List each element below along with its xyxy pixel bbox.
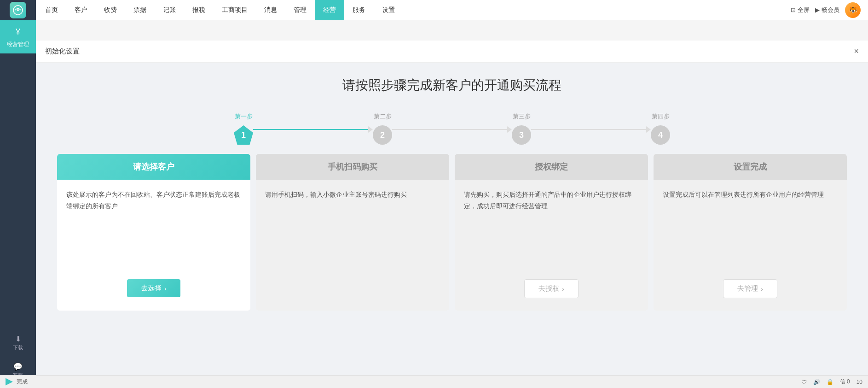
nav-invoice[interactable]: 票据 (125, 0, 155, 20)
step-4-circle: 4 (651, 125, 670, 145)
step-1-number: 1 (241, 130, 246, 140)
play-icon: ▶ (815, 6, 820, 13)
card-1-title: 请选择客户 (133, 162, 174, 171)
sound-icon: 🔊 (813, 379, 820, 385)
step-line-2 (392, 129, 507, 130)
step-line-1 (253, 129, 368, 130)
wizard-heading: 请按照步骤完成新客户的开通购买流程 (54, 76, 850, 94)
play-button[interactable] (6, 378, 13, 386)
step-line-3 (531, 129, 646, 130)
support-icon: 💬 (13, 362, 23, 371)
avatar[interactable]: 🐯 (845, 2, 861, 18)
card-3-header: 授权绑定 (455, 154, 648, 180)
nav-items: 首页 客户 收费 票据 记账 报税 工商项目 消息 管理 经营 服务 设置 (37, 0, 791, 20)
status-bar: 完成 🛡 🔊 🔒 信 0 10 (0, 375, 868, 388)
go-manage-label: 去管理 (737, 284, 758, 293)
step-2-label: 第二步 (374, 112, 392, 121)
arrow-head-2 (507, 126, 512, 133)
sidebar: ¥ 经营管理 ⬇ 下载 💬 客服 (0, 0, 36, 388)
card-1-header: 请选择客户 (57, 154, 250, 180)
step-3-number: 3 (519, 130, 524, 140)
wizard-area: 请按照步骤完成新客户的开通购买流程 第一步 1 第二步 2 (36, 63, 868, 388)
nav-message[interactable]: 消息 (256, 0, 285, 20)
step-1-circle: 1 (234, 125, 253, 145)
card-2-header: 手机扫码购买 (256, 154, 449, 180)
page-title: 初始化设置 (45, 47, 80, 56)
fullscreen-icon: ⊡ (791, 6, 796, 13)
sidebar-item-jingying[interactable]: ¥ 经营管理 (0, 20, 36, 53)
step-2-circle: 2 (373, 125, 392, 145)
nav-service[interactable]: 服务 (344, 0, 374, 20)
card-3-title: 授权绑定 (535, 162, 568, 171)
card-2-title: 手机扫码购买 (328, 162, 377, 171)
card-4-header: 设置完成 (654, 154, 847, 180)
step-arrow-1 (253, 126, 373, 133)
step-1-container: 第一步 1 (234, 112, 253, 145)
nav-right: ⊡ 全屏 ▶ 畅会员 🐯 (791, 2, 868, 18)
go-select-button[interactable]: 去选择 › (127, 279, 180, 297)
card-3-body: 请先购买，购买后选择开通的产品中的企业用户进行授权绑定，成功后即可进行经营管理 (455, 180, 648, 272)
go-auth-arrow: › (562, 285, 564, 293)
arrow-head-3 (646, 126, 651, 133)
nav-bookkeeping[interactable]: 记账 (155, 0, 184, 20)
card-2-footer (256, 272, 449, 288)
card-2-body: 请用手机扫码，输入小微企业主账号密码进行购买 (256, 180, 449, 272)
step-card-2: 手机扫码购买 请用手机扫码，输入小微企业主账号密码进行购买 (256, 154, 449, 311)
sidebar-item-label: 经营管理 (7, 41, 29, 48)
step-3-circle: 3 (512, 125, 531, 145)
step-card-3: 授权绑定 请先购买，购买后选择开通的产品中的企业用户进行授权绑定，成功后即可进行… (455, 154, 648, 311)
card-3-footer: 去授权 › (455, 272, 648, 307)
clock-status: 10 (856, 379, 862, 385)
fullscreen-btn[interactable]: ⊡ 全屏 (791, 6, 810, 14)
nav-charge[interactable]: 收费 (96, 0, 125, 20)
status-bar-left: 完成 (6, 378, 28, 386)
card-4-text: 设置完成后可以在管理列表进行所有企业用户的经营管理 (663, 191, 824, 198)
card-1-text: 该处展示的客户为不在回收站、客户状态正常建账后完成老板端绑定的所有客户 (66, 191, 240, 210)
step-2-number: 2 (380, 130, 385, 140)
download-icon: ⬇ (15, 335, 21, 343)
step-4-number: 4 (658, 130, 663, 140)
vip-label: 畅会员 (822, 6, 839, 14)
card-4-body: 设置完成后可以在管理列表进行所有企业用户的经营管理 (654, 180, 847, 272)
arrow-head-1 (368, 126, 373, 133)
nav-operation[interactable]: 经营 (315, 0, 344, 20)
page-header: 初始化设置 × (36, 41, 868, 63)
lock-icon: 🔒 (827, 379, 833, 385)
nav-manage[interactable]: 管理 (285, 0, 315, 20)
sidebar-download[interactable]: ⬇ 下载 (0, 331, 36, 355)
status-bar-right: 🛡 🔊 🔒 信 0 10 (801, 378, 862, 386)
step-4-label: 第四步 (652, 112, 670, 121)
step-arrow-3 (531, 126, 651, 133)
nav-client[interactable]: 客户 (66, 0, 96, 20)
close-button[interactable]: × (854, 47, 859, 56)
logo-icon (10, 2, 26, 18)
card-1-body: 该处展示的客户为不在回收站、客户状态正常建账后完成老板端绑定的所有客户 (57, 180, 250, 272)
download-label: 下载 (13, 344, 23, 351)
main-content: 初始化设置 × 请按照步骤完成新客户的开通购买流程 第一步 1 第二步 (36, 41, 868, 388)
go-manage-button[interactable]: 去管理 › (723, 279, 777, 298)
card-3-text: 请先购买，购买后选择开通的产品中的企业用户进行授权绑定，成功后即可进行经营管理 (464, 191, 631, 210)
step-2-container: 第二步 2 (373, 112, 392, 145)
steps-row: 第一步 1 第二步 2 (54, 112, 850, 145)
fullscreen-label: 全屏 (798, 6, 810, 14)
card-2-text: 请用手机扫码，输入小微企业主账号密码进行购买 (265, 191, 407, 198)
nav-tax[interactable]: 报税 (184, 0, 214, 20)
step-1-label: 第一步 (235, 112, 253, 121)
nav-settings[interactable]: 设置 (374, 0, 403, 20)
step-4-container: 第四步 4 (651, 112, 670, 145)
svg-point-1 (17, 9, 19, 11)
vip-btn[interactable]: ▶ 畅会员 (815, 6, 839, 14)
cards-row: 请选择客户 该处展示的客户为不在回收站、客户状态正常建账后完成老板端绑定的所有客… (54, 154, 850, 311)
step-card-4: 设置完成 设置完成后可以在管理列表进行所有企业用户的经营管理 去管理 › (654, 154, 847, 311)
step-card-1: 请选择客户 该处展示的客户为不在回收站、客户状态正常建账后完成老板端绑定的所有客… (57, 154, 250, 311)
top-nav: 首页 客户 收费 票据 记账 报税 工商项目 消息 管理 经营 服务 设置 ⊡ … (0, 0, 868, 20)
card-4-footer: 去管理 › (654, 272, 847, 307)
step-3-label: 第三步 (513, 112, 531, 121)
go-auth-label: 去授权 (538, 284, 559, 293)
nav-home[interactable]: 首页 (37, 0, 66, 20)
nav-business[interactable]: 工商项目 (214, 0, 256, 20)
go-manage-arrow: › (761, 285, 763, 293)
go-select-arrow: › (164, 284, 167, 292)
go-auth-button[interactable]: 去授权 › (524, 279, 579, 298)
go-select-label: 去选择 (141, 284, 162, 293)
